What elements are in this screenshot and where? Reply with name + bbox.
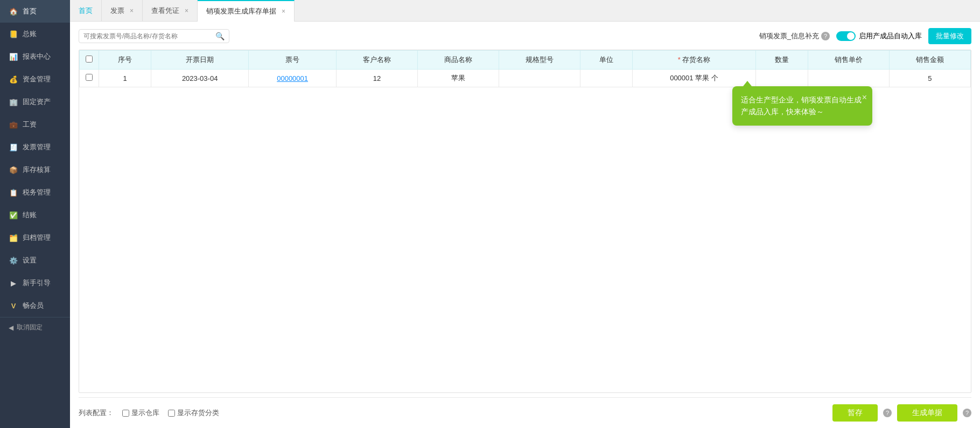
sidebar-item-inventory[interactable]: 📦 库存核算 bbox=[0, 158, 70, 181]
sidebar-item-member[interactable]: V 畅会员 bbox=[0, 294, 70, 317]
sidebar-item-report-center[interactable]: 📊 报表中心 bbox=[0, 45, 70, 68]
row-date: 2023-03-04 bbox=[151, 70, 249, 87]
sidebar-item-label: 发票管理 bbox=[23, 142, 51, 152]
help-icon[interactable]: ? bbox=[821, 32, 830, 40]
th-ticket-no: 票号 bbox=[249, 51, 337, 70]
footer-actions: 暂存 ? 生成单据 ? bbox=[832, 404, 971, 422]
row-seq: 1 bbox=[99, 70, 151, 87]
sidebar-item-label: 新手引导 bbox=[23, 278, 51, 288]
th-checkbox bbox=[80, 51, 99, 70]
th-spec: 规格型号 bbox=[499, 51, 580, 70]
sidebar-item-home[interactable]: 🏠 首页 bbox=[0, 0, 70, 23]
sidebar-item-label: 资金管理 bbox=[23, 74, 51, 84]
th-date: 开票日期 bbox=[151, 51, 249, 70]
tab-invoice[interactable]: 发票 × bbox=[102, 0, 143, 21]
row-unit bbox=[580, 70, 632, 87]
sidebar-item-invoice-management[interactable]: 🧾 发票管理 bbox=[0, 136, 70, 158]
invoice-icon: 🧾 bbox=[9, 142, 18, 152]
th-customer: 客户名称 bbox=[337, 51, 418, 70]
list-config-label: 列表配置： bbox=[79, 408, 114, 418]
tab-home[interactable]: 首页 bbox=[70, 0, 102, 21]
sidebar-item-label: 税务管理 bbox=[23, 188, 51, 197]
sidebar-item-label: 畅会员 bbox=[23, 301, 44, 310]
sidebar-item-settlement[interactable]: ✅ 结账 bbox=[0, 204, 70, 226]
sidebar-item-general-ledger[interactable]: 📒 总账 bbox=[0, 23, 70, 45]
tab-view-voucher[interactable]: 查看凭证 × bbox=[143, 0, 198, 21]
row-quantity bbox=[755, 70, 808, 87]
search-box[interactable]: 🔍 bbox=[79, 29, 229, 43]
generate-button[interactable]: 生成单据 bbox=[897, 404, 957, 422]
th-unit: 单位 bbox=[580, 51, 632, 70]
search-input[interactable] bbox=[83, 32, 215, 40]
sidebar-item-label: 固定资产 bbox=[23, 97, 51, 107]
sidebar-item-archive[interactable]: 🗂️ 归档管理 bbox=[0, 226, 70, 249]
sidebar-item-fund-management[interactable]: 💰 资金管理 bbox=[0, 68, 70, 91]
inventory-icon: 📦 bbox=[9, 165, 18, 175]
toolbar: 🔍 销项发票_信息补充 ? 启用产成品自动入库 批量修改 bbox=[79, 28, 971, 44]
th-stock-name: 存货名称 bbox=[633, 51, 756, 70]
th-product: 商品名称 bbox=[418, 51, 499, 70]
tax-icon: 📋 bbox=[9, 188, 18, 197]
select-all-checkbox[interactable] bbox=[86, 56, 93, 63]
show-warehouse-input[interactable] bbox=[122, 410, 129, 417]
row-ticket-no[interactable]: 00000001 bbox=[249, 70, 337, 87]
content-area: 🔍 销项发票_信息补充 ? 启用产成品自动入库 批量修改 bbox=[70, 22, 980, 428]
th-amount: 销售金额 bbox=[889, 51, 970, 70]
info-label: 销项发票_信息补充 ? bbox=[759, 31, 830, 41]
show-warehouse-label: 显示仓库 bbox=[131, 408, 159, 418]
row-amount: 5 bbox=[889, 70, 970, 87]
member-icon: V bbox=[9, 301, 18, 310]
sidebar-item-fixed-assets[interactable]: 🏢 固定资产 bbox=[0, 91, 70, 113]
tab-home-label: 首页 bbox=[79, 6, 93, 16]
row-checkbox-cell bbox=[80, 70, 99, 87]
row-unit-price bbox=[808, 70, 890, 87]
tooltip-text: 适合生产型企业，销项发票自动生成产成品入库，快来体验～ bbox=[741, 95, 862, 116]
sidebar-item-label: 工资 bbox=[23, 120, 37, 129]
sidebar-item-settings[interactable]: ⚙️ 设置 bbox=[0, 249, 70, 272]
info-label-text: 销项发票_信息补充 bbox=[759, 31, 819, 41]
auto-stock-toggle[interactable] bbox=[836, 31, 856, 41]
tab-invoice-label: 发票 bbox=[110, 6, 124, 16]
tab-sale-invoice-stock-label: 销项发票生成库存单据 bbox=[206, 6, 276, 16]
assets-icon: 🏢 bbox=[9, 97, 18, 107]
toggle-label: 启用产成品自动入库 bbox=[859, 31, 922, 41]
report-icon: 📊 bbox=[9, 52, 18, 61]
sidebar-item-label: 总账 bbox=[23, 29, 37, 39]
sidebar-item-label: 归档管理 bbox=[23, 233, 51, 243]
sidebar-item-tax-management[interactable]: 📋 税务管理 bbox=[0, 181, 70, 204]
unfix-icon: ◀ bbox=[9, 324, 13, 332]
show-category-checkbox[interactable]: 显示存货分类 bbox=[168, 408, 219, 418]
sidebar-item-payroll[interactable]: 💼 工资 bbox=[0, 113, 70, 136]
sidebar-item-label: 首页 bbox=[23, 6, 37, 16]
th-unit-price: 销售单价 bbox=[808, 51, 890, 70]
settlement-icon: ✅ bbox=[9, 210, 18, 220]
save-button[interactable]: 暂存 bbox=[832, 404, 878, 422]
row-checkbox-0[interactable] bbox=[86, 74, 93, 81]
row-product: 苹果 bbox=[418, 70, 499, 87]
tab-sale-invoice-stock[interactable]: 销项发票生成库存单据 × bbox=[198, 0, 295, 22]
sidebar-unfix-button[interactable]: ◀ 取消固定 bbox=[0, 317, 70, 337]
home-icon: 🏠 bbox=[9, 6, 18, 16]
tab-invoice-close[interactable]: × bbox=[130, 7, 134, 15]
unfix-label: 取消固定 bbox=[17, 323, 43, 332]
fund-icon: 💰 bbox=[9, 74, 18, 84]
main-area: 首页 发票 × 查看凭证 × 销项发票生成库存单据 × 🔍 销项发票_信息补充 … bbox=[70, 0, 980, 428]
show-category-label: 显示存货分类 bbox=[177, 408, 219, 418]
batch-modify-button[interactable]: 批量修改 bbox=[928, 28, 971, 44]
sidebar-item-guide[interactable]: ▶ 新手引导 bbox=[0, 272, 70, 294]
save-help-icon[interactable]: ? bbox=[883, 409, 892, 417]
show-category-input[interactable] bbox=[168, 410, 175, 417]
show-warehouse-checkbox[interactable]: 显示仓库 bbox=[122, 408, 159, 418]
tab-view-voucher-close[interactable]: × bbox=[185, 7, 188, 15]
payroll-icon: 💼 bbox=[9, 120, 18, 129]
tooltip-close-button[interactable]: × bbox=[862, 91, 867, 105]
sidebar-item-label: 报表中心 bbox=[23, 52, 51, 61]
tab-sale-invoice-stock-close[interactable]: × bbox=[282, 8, 285, 15]
th-seq: 序号 bbox=[99, 51, 151, 70]
data-table: 序号 开票日期 票号 客户名称 商品名称 规格型号 单位 存货名称 数量 销售单… bbox=[79, 50, 971, 87]
generate-help-icon[interactable]: ? bbox=[963, 409, 971, 417]
tab-bar: 首页 发票 × 查看凭证 × 销项发票生成库存单据 × bbox=[70, 0, 980, 22]
th-quantity: 数量 bbox=[755, 51, 808, 70]
sidebar-item-label: 库存核算 bbox=[23, 165, 51, 175]
archive-icon: 🗂️ bbox=[9, 233, 18, 243]
